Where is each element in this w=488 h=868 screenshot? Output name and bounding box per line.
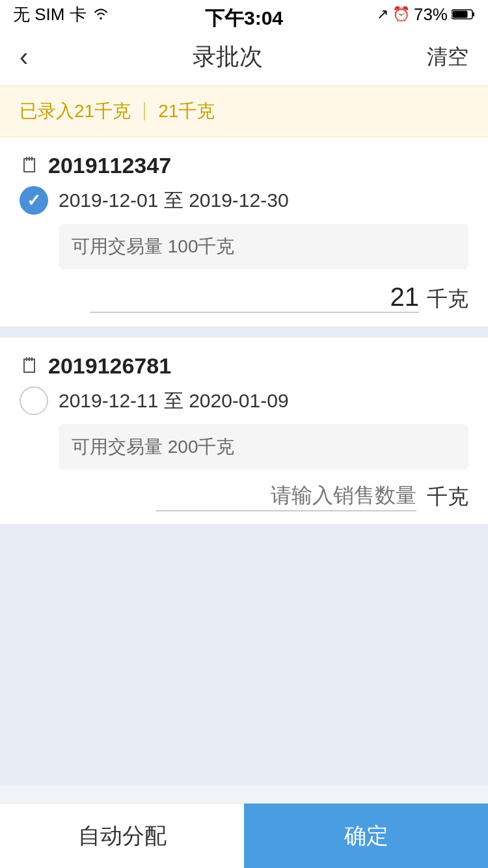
quantity-unit-1: 千克 [427,285,468,314]
batch-date-row-1[interactable]: 2019-12-01 至 2019-12-30 [20,186,468,215]
quantity-input-1[interactable] [90,282,419,313]
time-label: 下午3:04 [205,5,283,32]
batch-date-1: 2019-12-01 至 2019-12-30 [59,187,289,214]
svg-rect-1 [472,12,474,16]
quantity-input-area-1: 千克 [90,282,468,314]
confirm-button[interactable]: 确定 [244,804,488,868]
batch-section-2: 🗒 2019126781 2019-12-11 至 2020-01-09 可用交… [0,338,488,525]
battery-label: 73% [414,5,448,25]
status-right: ↗ ⏰ 73% [377,5,475,25]
quantity-unit-2: 千克 [427,483,468,511]
batch-id-1: 2019112347 [48,153,171,178]
summary-value-label: 21千克 [158,99,215,124]
batch-id-2: 2019126781 [48,353,171,379]
batch-header-1: 🗒 2019112347 [20,153,468,178]
wifi-icon [92,5,110,25]
summary-divider [144,102,145,120]
location-icon: ↗ [377,6,388,23]
summary-banner: 已录入21千克 21千克 [0,86,488,137]
alarm-icon: ⏰ [392,6,410,23]
batch-item-1: 🗒 2019112347 2019-12-01 至 2019-12-30 可用交… [0,137,488,269]
clear-button[interactable]: 清空 [427,43,468,72]
batch-radio-1[interactable] [20,186,48,215]
summary-recorded-label: 已录入21千克 [20,99,131,124]
status-left: 无 SIM 卡 [13,3,110,26]
batch-date-row-2[interactable]: 2019-12-11 至 2020-01-09 [20,387,468,415]
batch-header-2: 🗒 2019126781 [20,353,468,379]
auto-distribute-button[interactable]: 自动分配 [0,804,244,868]
empty-area [0,525,488,785]
batch-item-2: 🗒 2019126781 2019-12-11 至 2020-01-09 可用交… [0,338,488,470]
batch-radio-2[interactable] [20,387,48,415]
batch-availability-2: 可用交易量 200千克 [59,424,468,470]
section-divider [0,327,488,338]
svg-rect-2 [453,10,468,18]
page-title: 录批次 [193,41,263,73]
status-bar: 无 SIM 卡 下午3:04 ↗ ⏰ 73% [0,0,488,29]
quantity-input-2[interactable] [156,483,416,511]
batch-doc-icon-2: 🗒 [20,354,40,378]
placeholder-row-2: 千克 [0,470,488,525]
bottom-bar: 自动分配 确定 [0,803,488,868]
back-button[interactable]: ‹ [20,42,28,72]
quantity-row-1: 千克 [0,269,488,327]
nav-bar: ‹ 录批次 清空 [0,29,488,86]
carrier-label: 无 SIM 卡 [13,3,87,26]
batch-date-2: 2019-12-11 至 2020-01-09 [59,388,289,414]
battery-icon [452,5,475,25]
batch-doc-icon-1: 🗒 [20,154,40,178]
batch-availability-1: 可用交易量 100千克 [59,224,468,269]
batch-section-1: 🗒 2019112347 2019-12-01 至 2019-12-30 可用交… [0,137,488,327]
